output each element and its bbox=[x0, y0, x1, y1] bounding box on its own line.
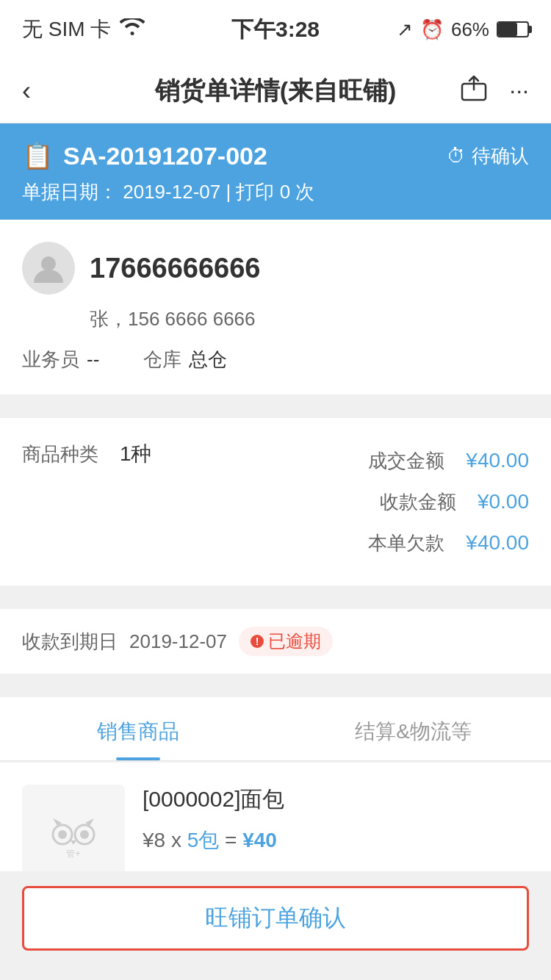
status-bar-right: ↗ ⏰ 66% bbox=[397, 18, 529, 41]
overdue-text: 已逾期 bbox=[268, 630, 321, 653]
product-type-value: 1种 bbox=[120, 442, 152, 465]
amount-value: ¥40.00 bbox=[466, 449, 529, 472]
product-type-label: 商品种类 bbox=[22, 443, 98, 465]
svg-point-1 bbox=[41, 256, 56, 271]
price-unit: ¥8 x bbox=[143, 829, 187, 851]
received-label: 收款金额 bbox=[380, 491, 456, 513]
received-value: ¥0.00 bbox=[478, 490, 529, 513]
share-button[interactable] bbox=[461, 75, 487, 107]
sales-rep-value: -- bbox=[87, 348, 99, 371]
warehouse-item: 仓库 总仓 bbox=[143, 347, 227, 372]
owed-label: 本单欠款 bbox=[368, 532, 444, 554]
order-header: 📋 SA-20191207-002 ⏱ 待确认 单据日期： 2019-12-07… bbox=[0, 123, 551, 220]
amount-row: 成交金额 ¥40.00 bbox=[368, 440, 529, 481]
warehouse-value: 总仓 bbox=[189, 347, 227, 372]
back-button[interactable]: ‹ bbox=[22, 76, 59, 107]
price-separator: = bbox=[219, 829, 242, 851]
svg-point-5 bbox=[80, 830, 89, 839]
warehouse-label: 仓库 bbox=[143, 347, 181, 372]
stats-right: 成交金额 ¥40.00 收款金额 ¥0.00 本单欠款 ¥40.00 bbox=[368, 440, 529, 563]
tab-products[interactable]: 销售商品 bbox=[0, 697, 276, 760]
received-row: 收款金额 ¥0.00 bbox=[368, 481, 529, 522]
battery-icon bbox=[497, 21, 529, 37]
customer-avatar bbox=[22, 242, 75, 295]
owed-value: ¥40.00 bbox=[466, 531, 529, 554]
bottom-bar: 旺铺订单确认 bbox=[0, 871, 551, 980]
svg-text:管+: 管+ bbox=[66, 849, 80, 859]
customer-phone: 17666666666 bbox=[90, 253, 260, 284]
order-status: ⏱ 待确认 bbox=[447, 143, 529, 169]
order-id-icon: 📋 bbox=[22, 141, 53, 170]
customer-name: 张，156 6666 6666 bbox=[22, 306, 529, 332]
divider-1 bbox=[0, 406, 551, 418]
product-qty: 5包 bbox=[187, 829, 220, 851]
due-date-row: 收款到期日 2019-12-07 ! 已逾期 bbox=[0, 609, 551, 674]
order-date: 单据日期： 2019-12-07 | 打印 0 次 bbox=[22, 179, 529, 205]
page-title: 销货单详情(来自旺铺) bbox=[155, 74, 397, 108]
clock-icon: ⏱ bbox=[447, 145, 466, 167]
carrier-text: 无 SIM 卡 bbox=[22, 15, 111, 43]
tab-settlement[interactable]: 结算&物流等 bbox=[276, 697, 551, 760]
status-bar: 无 SIM 卡 下午3:28 ↗ ⏰ 66% bbox=[0, 0, 551, 59]
owed-row: 本单欠款 ¥40.00 bbox=[368, 522, 529, 563]
overdue-dot-icon: ! bbox=[251, 635, 264, 648]
order-id: 📋 SA-20191207-002 bbox=[22, 141, 267, 170]
location-icon: ↗ bbox=[397, 18, 413, 41]
divider-3 bbox=[0, 685, 551, 697]
confirm-button[interactable]: 旺铺订单确认 bbox=[22, 886, 529, 951]
overdue-badge: ! 已逾期 bbox=[239, 627, 333, 656]
due-date-label: 收款到期日 bbox=[22, 629, 118, 655]
sales-rep-item: 业务员 -- bbox=[22, 347, 99, 372]
product-price: ¥8 x 5包 = ¥40 bbox=[143, 826, 529, 854]
tabs-bar: 销售商品 结算&物流等 bbox=[0, 697, 551, 761]
battery-text: 66% bbox=[451, 18, 489, 41]
divider-2 bbox=[0, 597, 551, 609]
product-total: ¥40 bbox=[242, 829, 277, 851]
sales-rep-label: 业务员 bbox=[22, 347, 79, 372]
alarm-icon: ⏰ bbox=[420, 18, 444, 41]
due-date-value: 2019-12-07 bbox=[129, 630, 227, 653]
nav-actions: ··· bbox=[461, 75, 529, 107]
wifi-icon bbox=[120, 18, 145, 41]
stats-card: 商品种类 1种 成交金额 ¥40.00 收款金额 ¥0.00 本单欠款 ¥40.… bbox=[0, 418, 551, 586]
more-button[interactable]: ··· bbox=[509, 77, 529, 104]
customer-meta: 业务员 -- 仓库 总仓 bbox=[22, 347, 529, 372]
amount-label: 成交金额 bbox=[368, 450, 444, 472]
status-bar-time: 下午3:28 bbox=[231, 15, 320, 45]
product-name: [0000002]面包 bbox=[143, 785, 529, 815]
nav-bar: ‹ 销货单详情(来自旺铺) ··· bbox=[0, 59, 551, 123]
customer-header: 17666666666 bbox=[22, 242, 529, 295]
status-bar-left: 无 SIM 卡 bbox=[22, 15, 145, 43]
customer-card: 17666666666 张，156 6666 6666 业务员 -- 仓库 总仓 bbox=[0, 220, 551, 394]
svg-point-4 bbox=[58, 830, 67, 839]
stats-left: 商品种类 1种 bbox=[22, 440, 151, 468]
product-info: [0000002]面包 ¥8 x 5包 = ¥40 bbox=[143, 785, 529, 854]
